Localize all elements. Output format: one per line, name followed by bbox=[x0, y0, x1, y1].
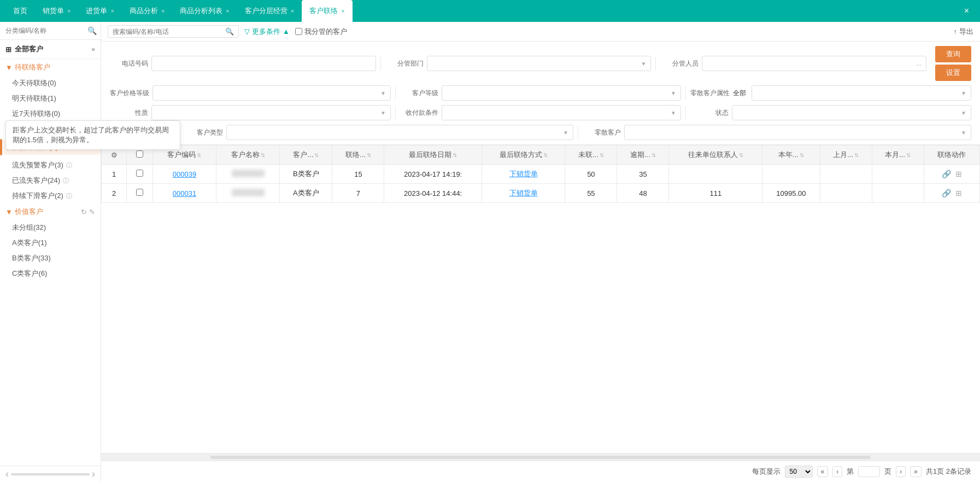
next-page-button[interactable]: › bbox=[896, 466, 906, 477]
row1-last-method[interactable]: 下销货单 bbox=[482, 165, 565, 184]
th-overdue[interactable]: 逾期...⇅ bbox=[617, 146, 669, 165]
settings-button[interactable]: 设置 bbox=[935, 65, 971, 81]
nature-select[interactable]: ▼ bbox=[151, 105, 391, 120]
sidebar-pending-contact-section[interactable]: ▼ 待联络客户 bbox=[0, 59, 101, 76]
nav-purchase-order[interactable]: 进货单 × bbox=[78, 0, 121, 22]
my-customers-checkbox[interactable] bbox=[295, 28, 302, 35]
sidebar-scroll-right-icon[interactable]: › bbox=[92, 468, 95, 480]
sidebar-all-customers[interactable]: ⊞ 全部客户 » bbox=[0, 40, 101, 59]
th-customer-type[interactable]: 客户...⇅ bbox=[280, 146, 332, 165]
sidebar-collapse-icon[interactable]: » bbox=[91, 45, 95, 53]
more-conditions-button[interactable]: ▽ 更多条件 ▲ bbox=[244, 27, 290, 37]
sort-method-icon[interactable]: ⇅ bbox=[543, 152, 548, 158]
row2-grid-icon[interactable]: ⊞ bbox=[955, 189, 962, 198]
th-contacts[interactable]: 往来单位联系人⇅ bbox=[669, 146, 762, 165]
sidebar-item-b-class[interactable]: B类客户(33) bbox=[0, 251, 101, 266]
sidebar-value-customer-group[interactable]: ▼ 价值客户 ↻ ✎ bbox=[0, 204, 101, 220]
payment-select[interactable]: ▼ bbox=[442, 105, 681, 120]
row1-link-icon[interactable]: 🔗 bbox=[942, 170, 951, 178]
row1-select-checkbox[interactable] bbox=[136, 170, 143, 177]
select-all-checkbox[interactable] bbox=[136, 150, 143, 158]
sidebar-item-c-class[interactable]: C类客户(6) bbox=[0, 266, 101, 281]
nav-home[interactable]: 首页 bbox=[5, 0, 35, 22]
sidebar-item-today-contact[interactable]: 今天待联络(0) bbox=[0, 76, 101, 91]
row2-method-link[interactable]: 下销货单 bbox=[509, 189, 538, 197]
sidebar-item-churned[interactable]: 已流失客户(24) ⓘ bbox=[0, 173, 101, 188]
sidebar-item-ungrouped[interactable]: 未分组(32) bbox=[0, 220, 101, 235]
search-input[interactable] bbox=[113, 28, 222, 36]
sort-last-month-icon[interactable]: ⇅ bbox=[854, 152, 859, 158]
row2-name[interactable] bbox=[216, 184, 280, 203]
edit-icon[interactable]: ✎ bbox=[89, 208, 95, 216]
sidebar-search-input[interactable] bbox=[5, 27, 87, 34]
th-contact-count[interactable]: 联络...⇅ bbox=[332, 146, 384, 165]
sidebar-item-tomorrow-contact[interactable]: 明天待联络(1) bbox=[0, 91, 101, 106]
info-icon-2[interactable]: ⓘ bbox=[63, 177, 69, 184]
row1-method-link[interactable]: 下销货单 bbox=[509, 170, 538, 178]
row2-link-icon[interactable]: 🔗 bbox=[942, 189, 951, 198]
sort-contacts-icon[interactable]: ⇅ bbox=[739, 152, 743, 158]
page-size-select[interactable]: 50 20 100 bbox=[785, 466, 813, 478]
sort-overdue-icon[interactable]: ⇅ bbox=[652, 152, 656, 158]
row1-checkbox[interactable] bbox=[127, 165, 153, 184]
scrollbar-track[interactable] bbox=[210, 456, 871, 459]
row2-checkbox[interactable] bbox=[127, 184, 153, 203]
phone-input[interactable] bbox=[151, 56, 376, 71]
price-level-select[interactable]: ▼ bbox=[152, 85, 391, 101]
th-this-month[interactable]: 本月...⇅ bbox=[872, 146, 924, 165]
window-close-button[interactable]: × bbox=[959, 6, 975, 16]
close-purchase-order-icon[interactable]: × bbox=[110, 8, 114, 14]
page-input[interactable]: 1 bbox=[858, 466, 880, 477]
row2-code[interactable]: 000031 bbox=[152, 184, 216, 203]
sort-this-year-icon[interactable]: ⇅ bbox=[800, 152, 804, 158]
customer-level-select[interactable]: ▼ bbox=[442, 85, 681, 101]
close-product-analysis-list-icon[interactable]: × bbox=[226, 8, 229, 14]
sidebar-item-a-class[interactable]: A类客户(1) bbox=[0, 235, 101, 251]
row1-name[interactable] bbox=[216, 165, 280, 184]
nav-product-analysis[interactable]: 商品分析 × bbox=[122, 0, 172, 22]
sidebar-search-icon[interactable]: 🔍 bbox=[87, 26, 97, 35]
row1-code-link[interactable]: 000039 bbox=[173, 170, 196, 178]
last-page-button[interactable]: » bbox=[910, 466, 922, 477]
th-this-year[interactable]: 本年...⇅ bbox=[762, 146, 820, 165]
row1-grid-icon[interactable]: ⊞ bbox=[955, 170, 962, 178]
sort-contact-icon[interactable]: ⇅ bbox=[367, 152, 371, 158]
sort-name-icon[interactable]: ⇅ bbox=[261, 152, 265, 158]
info-icon-3[interactable]: ⓘ bbox=[66, 193, 72, 199]
retail-attr-select[interactable]: ▼ bbox=[752, 85, 971, 101]
close-customer-contact-icon[interactable]: × bbox=[341, 8, 344, 14]
row2-select-checkbox[interactable] bbox=[136, 189, 143, 196]
nav-sales-order[interactable]: 销货单 × bbox=[35, 0, 78, 22]
sidebar-item-7day-contact[interactable]: 近7天待联络(0) bbox=[0, 106, 101, 121]
close-customer-tiered-icon[interactable]: × bbox=[291, 8, 294, 14]
horizontal-scrollbar[interactable] bbox=[101, 453, 980, 461]
first-page-button[interactable]: « bbox=[817, 466, 829, 477]
th-not-contact[interactable]: 未联...⇅ bbox=[565, 146, 617, 165]
row1-code[interactable]: 000039 bbox=[152, 165, 216, 184]
sidebar-item-churn-warning[interactable]: 流失预警客户(3) ⓘ bbox=[0, 158, 101, 173]
row2-last-method[interactable]: 下销货单 bbox=[482, 184, 565, 203]
nav-customer-contact[interactable]: 客户联络 × bbox=[302, 0, 352, 22]
dept-select[interactable]: ▼ bbox=[427, 56, 652, 71]
prev-page-button[interactable]: ‹ bbox=[832, 466, 842, 477]
th-last-month[interactable]: 上月...⇅ bbox=[820, 146, 872, 165]
person-select[interactable]: ... bbox=[702, 56, 926, 71]
nav-product-analysis-list[interactable]: 商品分析列表 × bbox=[172, 0, 237, 22]
query-button[interactable]: 查询 bbox=[935, 46, 971, 62]
close-product-analysis-icon[interactable]: × bbox=[161, 8, 165, 14]
info-icon-1[interactable]: ⓘ bbox=[66, 162, 72, 169]
th-last-method[interactable]: 最后联络方式⇅ bbox=[482, 146, 565, 165]
customer-type-select[interactable]: ▼ bbox=[226, 125, 573, 140]
gear-icon[interactable]: ⚙ bbox=[111, 151, 118, 159]
row2-code-link[interactable]: 000031 bbox=[173, 189, 196, 198]
sort-this-month-icon[interactable]: ⇅ bbox=[906, 152, 911, 158]
sort-date-icon[interactable]: ⇅ bbox=[453, 152, 457, 158]
th-name[interactable]: 客户名称⇅ bbox=[216, 146, 280, 165]
status-select[interactable]: ▼ bbox=[732, 105, 971, 120]
retail-customer-select[interactable]: ▼ bbox=[624, 125, 971, 140]
sort-not-contact-icon[interactable]: ⇅ bbox=[600, 152, 604, 158]
sidebar-item-declining[interactable]: 持续下滑客户(2) ⓘ bbox=[0, 188, 101, 204]
close-sales-order-icon[interactable]: × bbox=[67, 8, 71, 14]
search-icon[interactable]: 🔍 bbox=[225, 27, 234, 36]
th-last-date[interactable]: 最后联络日期⇅ bbox=[384, 146, 482, 165]
